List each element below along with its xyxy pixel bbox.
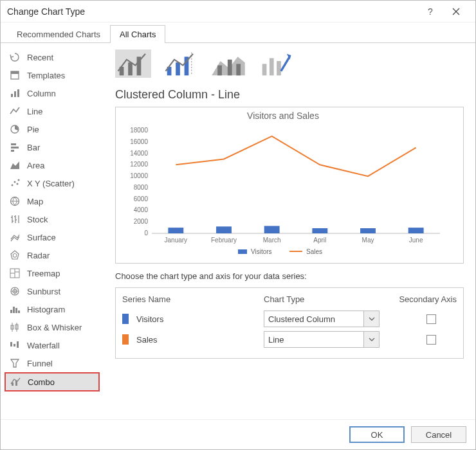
pie-icon [9, 123, 21, 135]
sidebar-item-label: Box & Whisker [27, 323, 82, 332]
sidebar-item-label: Recent [27, 53, 53, 62]
sidebar-item-area[interactable]: Area [5, 156, 100, 174]
bar [216, 226, 232, 233]
sunburst-icon [9, 285, 21, 297]
svg-rect-3 [14, 91, 16, 97]
sidebar-item-column[interactable]: Column [5, 84, 100, 102]
stock-icon [9, 213, 21, 225]
sidebar-item-label: Pie [27, 125, 39, 134]
sidebar-item-label: Treemap [27, 269, 60, 278]
help-button[interactable]: ? [417, 2, 443, 21]
y-tick-label: 16000 [130, 138, 148, 145]
sidebar-item-boxwhisker[interactable]: Box & Whisker [5, 318, 100, 336]
surface-icon [9, 231, 21, 243]
subtype-custom-combo[interactable] [258, 50, 294, 78]
x-tick-label: May [362, 237, 374, 244]
sidebar-item-histogram[interactable]: Histogram [5, 300, 100, 318]
treemap-icon [9, 267, 21, 279]
svg-rect-6 [11, 143, 16, 145]
header-series-name: Series Name [122, 294, 264, 304]
sidebar-item-combo[interactable]: Combo [5, 372, 100, 392]
dialog-title: Change Chart Type [7, 6, 417, 17]
series-row: VisitorsClustered Column [122, 310, 457, 327]
sidebar-item-funnel[interactable]: Funnel [5, 354, 100, 372]
sidebar-item-label: Combo [28, 377, 55, 387]
y-tick-label: 0 [144, 230, 148, 237]
map-icon [9, 195, 21, 207]
y-tick-label: 4000 [134, 206, 149, 213]
y-tick-label: 8000 [134, 184, 149, 191]
area-icon [9, 159, 21, 171]
sidebar-item-recent[interactable]: Recent [5, 48, 100, 66]
sidebar-item-stock[interactable]: Stock [5, 210, 100, 228]
secondary-axis-checkbox[interactable] [426, 335, 436, 345]
x-tick-label: February [211, 237, 237, 244]
ok-button[interactable]: OK [349, 426, 405, 443]
sidebar-item-pie[interactable]: Pie [5, 120, 100, 138]
svg-rect-4 [17, 89, 19, 97]
secondary-axis-checkbox[interactable] [426, 314, 436, 324]
header-secondary-axis: Secondary Axis [386, 294, 457, 304]
waterfall-icon [9, 339, 21, 351]
svg-rect-47 [217, 65, 222, 75]
sidebar-item-map[interactable]: Map [5, 192, 100, 210]
change-chart-type-dialog: Change Chart Type ? Recommended Charts A… [0, 0, 476, 450]
sidebar-item-scatter[interactable]: X Y (Scatter) [5, 174, 100, 192]
chart-preview: Visitors and Sales0200040006000800010000… [115, 107, 464, 264]
tab-recommended[interactable]: Recommended Charts [7, 25, 110, 43]
sidebar-item-treemap[interactable]: Treemap [5, 264, 100, 282]
line-series [176, 136, 416, 176]
close-button[interactable] [443, 2, 469, 21]
sidebar-item-label: Map [27, 197, 43, 206]
chevron-down-icon [363, 332, 379, 347]
cancel-button[interactable]: Cancel [411, 426, 466, 443]
x-tick-label: April [313, 237, 326, 244]
subtype-stacked-area-column[interactable] [210, 50, 246, 78]
svg-rect-40 [128, 62, 133, 75]
subtype-clustered-column-line[interactable] [115, 50, 151, 78]
chart-type-dropdown[interactable]: Line [264, 331, 380, 348]
sidebar-item-waterfall[interactable]: Waterfall [5, 336, 100, 354]
svg-point-11 [14, 181, 16, 183]
recent-icon [9, 51, 21, 63]
column-icon [9, 87, 21, 99]
series-row: SalesLine [122, 331, 457, 348]
header-chart-type: Chart Type [264, 294, 386, 304]
svg-marker-9 [10, 161, 19, 169]
bar [312, 228, 327, 233]
chart-type-dropdown[interactable]: Clustered Column [264, 310, 380, 327]
histogram-icon [9, 303, 21, 315]
combo-icon [10, 376, 21, 388]
sidebar-item-label: Surface [27, 233, 56, 242]
scatter-icon [9, 177, 21, 189]
tab-all-charts[interactable]: All Charts [110, 25, 165, 43]
sidebar-item-templates[interactable]: Templates [5, 66, 100, 84]
sidebar-item-label: Radar [27, 251, 50, 260]
svg-rect-50 [262, 64, 267, 75]
svg-point-10 [12, 184, 14, 186]
bar-icon [9, 141, 21, 153]
sidebar-item-sunburst[interactable]: Sunburst [5, 282, 100, 300]
sidebar-item-label: Sunburst [27, 287, 60, 296]
svg-rect-28 [18, 310, 20, 313]
sidebar-item-label: Histogram [27, 305, 65, 314]
subtype-title: Clustered Column - Line [115, 88, 464, 102]
sidebar-item-label: Funnel [27, 359, 53, 368]
sidebar-item-surface[interactable]: Surface [5, 228, 100, 246]
sidebar-item-bar[interactable]: Bar [5, 138, 100, 156]
sidebar-item-line[interactable]: Line [5, 102, 100, 120]
svg-rect-27 [15, 308, 17, 313]
svg-point-12 [17, 183, 19, 185]
svg-rect-48 [228, 59, 232, 75]
svg-rect-43 [176, 62, 180, 75]
svg-rect-49 [236, 64, 241, 75]
sidebar-item-label: Column [27, 89, 56, 98]
subtype-clustered-column-line-secondary[interactable] [163, 50, 199, 78]
series-name-label: Visitors [136, 314, 264, 324]
sidebar-item-radar[interactable]: Radar [5, 246, 100, 264]
svg-rect-34 [14, 344, 15, 346]
series-config: Series Name Chart Type Secondary Axis Vi… [115, 287, 464, 359]
svg-point-13 [18, 179, 20, 181]
chart-category-list: RecentTemplatesColumnLinePieBarAreaX Y (… [1, 43, 104, 419]
sidebar-item-label: Line [27, 107, 43, 116]
